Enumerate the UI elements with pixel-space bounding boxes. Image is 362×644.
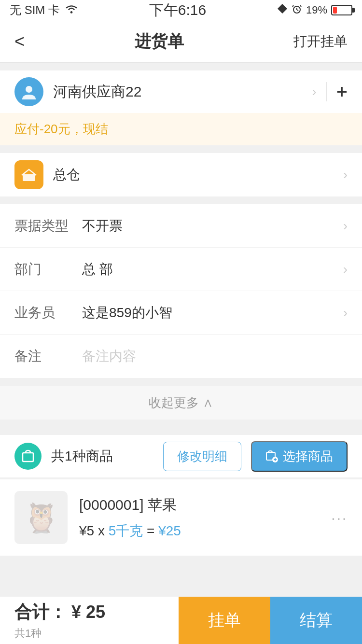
- alarm-icon: [292, 3, 302, 17]
- location-icon: [277, 3, 288, 17]
- total-count: 共1种: [14, 626, 164, 641]
- wifi-icon: [65, 3, 78, 17]
- nav-bar: < 进货单 打开挂单: [0, 20, 362, 63]
- salesman-value: 这是859的小智: [82, 304, 343, 322]
- invoice-label: 票据类型: [14, 217, 82, 235]
- page-title: 进货单: [135, 30, 184, 53]
- svg-rect-3: [23, 174, 35, 181]
- product-info: [0000001] 苹果 ¥5 x 5千克 = ¥25: [79, 495, 320, 540]
- warehouse-card[interactable]: 总仓 ›: [0, 153, 362, 196]
- dept-row[interactable]: 部门 总 部 ›: [0, 248, 362, 291]
- total-section: 合计： ¥ 25 共1种: [0, 601, 179, 641]
- warehouse-chevron-icon: ›: [343, 167, 348, 182]
- product-title: 苹果: [148, 497, 177, 513]
- collapse-label: 收起更多 ∧: [149, 394, 213, 411]
- product-thumb-icon: 🦉: [23, 501, 59, 535]
- svg-rect-4: [23, 453, 33, 462]
- status-left: 无 SIM 卡: [10, 2, 78, 18]
- svg-point-2: [26, 86, 32, 93]
- battery-text: 19%: [306, 4, 327, 16]
- product-thumbnail: 🦉: [14, 491, 68, 544]
- supplier-notice: 应付-20元，现结: [0, 113, 362, 145]
- supplier-name: 河南供应商22: [53, 82, 312, 102]
- unit-price: ¥5: [79, 523, 94, 538]
- supplier-chevron-icon: ›: [312, 84, 316, 99]
- status-bar: 无 SIM 卡 下午6:16 19%: [0, 0, 362, 20]
- product-header: 共1种商品 修改明细 选择商品: [0, 435, 362, 477]
- product-qty: 5千克: [109, 523, 143, 538]
- hang-label: 挂单: [208, 609, 241, 631]
- product-icon: [14, 443, 42, 470]
- select-product-label: 选择商品: [283, 448, 333, 465]
- warehouse-icon: [14, 160, 43, 189]
- total-label: 合计：: [14, 602, 67, 622]
- svg-point-0: [70, 11, 73, 14]
- hang-button[interactable]: 挂单: [179, 597, 270, 644]
- add-supplier-button[interactable]: +: [336, 81, 348, 103]
- equals-sign: =: [147, 523, 158, 538]
- product-count: 共1种商品: [51, 447, 153, 465]
- supplier-row[interactable]: 河南供应商22 › +: [0, 70, 362, 113]
- divider: [326, 82, 327, 101]
- total-amount: 合计： ¥ 25: [14, 601, 164, 624]
- checkout-label: 结算: [300, 609, 333, 631]
- product-name: [0000001] 苹果: [79, 495, 320, 515]
- carrier-text: 无 SIM 卡: [10, 2, 60, 18]
- salesman-label: 业务员: [14, 304, 82, 322]
- status-time: 下午6:16: [149, 0, 206, 20]
- invoice-row[interactable]: 票据类型 不开票 ›: [0, 204, 362, 248]
- warehouse-name: 总仓: [53, 166, 343, 184]
- remark-row[interactable]: 备注 备注内容: [0, 335, 362, 378]
- dept-label: 部门: [14, 260, 82, 279]
- salesman-row[interactable]: 业务员 这是859的小智 ›: [0, 291, 362, 335]
- select-product-button[interactable]: 选择商品: [251, 441, 348, 472]
- remark-label: 备注: [14, 347, 82, 365]
- remark-value[interactable]: 备注内容: [82, 347, 348, 365]
- dept-chevron-icon: ›: [343, 262, 348, 277]
- bottom-bar: 合计： ¥ 25 共1种 挂单 结算: [0, 597, 362, 644]
- collapse-toggle[interactable]: 收起更多 ∧: [0, 386, 362, 420]
- invoice-value: 不开票: [82, 217, 343, 235]
- total-value: ¥ 25: [71, 602, 105, 622]
- supplier-avatar: [14, 77, 43, 106]
- edit-detail-button[interactable]: 修改明细: [163, 442, 241, 471]
- checkout-button[interactable]: 结算: [270, 597, 362, 644]
- open-hang-button[interactable]: 打开挂单: [293, 32, 348, 51]
- form-card: 票据类型 不开票 › 部门 总 部 › 业务员 这是859的小智 › 备注 备注…: [0, 204, 362, 378]
- product-item: 🦉 [0000001] 苹果 ¥5 x 5千克 = ¥25 ···: [0, 479, 362, 556]
- product-id: [0000001]: [79, 497, 143, 513]
- product-price: ¥5 x 5千克 = ¥25: [79, 522, 320, 540]
- status-right: 19%: [277, 3, 352, 17]
- product-total: ¥25: [158, 523, 181, 538]
- product-more-button[interactable]: ···: [331, 508, 348, 527]
- invoice-chevron-icon: ›: [343, 218, 348, 234]
- dept-value: 总 部: [82, 260, 343, 279]
- battery-icon: [331, 5, 352, 15]
- salesman-chevron-icon: ›: [343, 305, 348, 321]
- multiply-sign: x: [98, 523, 109, 538]
- back-button[interactable]: <: [14, 31, 25, 52]
- warehouse-row[interactable]: 总仓 ›: [0, 153, 362, 196]
- supplier-card: 河南供应商22 › + 应付-20元，现结: [0, 70, 362, 145]
